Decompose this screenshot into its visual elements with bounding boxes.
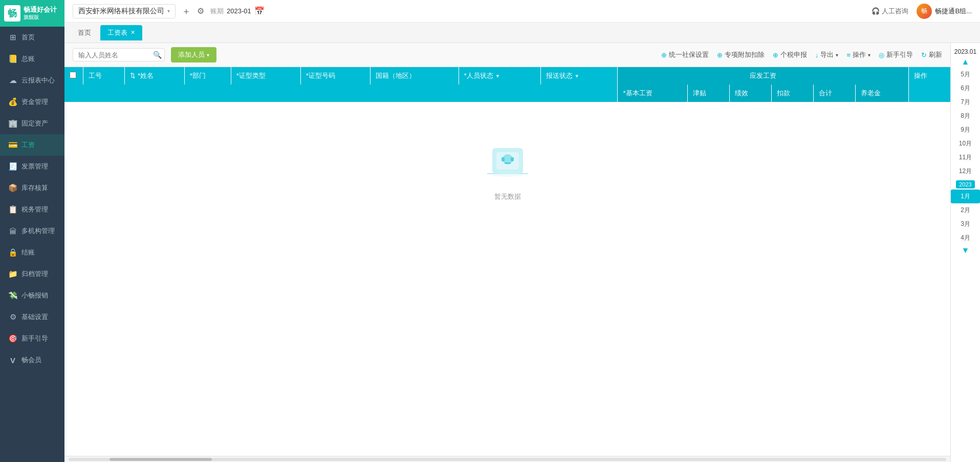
sidebar-item-label: 税务管理 xyxy=(21,205,48,214)
sidebar-item-label: 基础设置 xyxy=(21,312,48,322)
tab-salary-table[interactable]: 工资表 ✕ xyxy=(100,25,142,40)
sidebar-item-close-accounts[interactable]: 🔒 结账 xyxy=(0,242,64,263)
service-button[interactable]: 🎧 人工咨询 xyxy=(872,7,908,16)
scroll-up-button[interactable]: ▲ xyxy=(951,56,980,68)
col-ops: 操作 xyxy=(909,67,950,85)
scroll-down-button[interactable]: ▼ xyxy=(951,245,980,256)
month-item-6[interactable]: 6月 xyxy=(951,81,980,95)
tax-label: 个税申报 xyxy=(780,50,807,59)
guide-label: 新手引导 xyxy=(886,50,913,59)
operation-button[interactable]: ≡ 操作 ▾ xyxy=(846,50,870,59)
add-person-button[interactable]: 添加人员 ▾ xyxy=(171,47,216,62)
col-department: *部门 xyxy=(184,67,231,85)
sidebar-item-label: 新手引导 xyxy=(21,334,48,343)
toolbar: 🔍 添加人员 ▾ ⊕ 统一社保设置 ⊕ 专项附加扣除 ⊕ xyxy=(64,43,950,67)
settings-button[interactable]: ⚙ xyxy=(197,6,204,16)
sidebar-item-home[interactable]: ⊞ 首页 xyxy=(0,27,64,48)
cloud-icon: ☁ xyxy=(8,76,17,85)
company-name: 西安虾米网络科技有限公司 xyxy=(78,7,164,16)
new-guide-button[interactable]: ◎ 新手引导 xyxy=(879,50,913,59)
month-item-11[interactable]: 11月 xyxy=(951,151,980,164)
year-badge: 2023 xyxy=(956,180,974,188)
month-item-2[interactable]: 2月 xyxy=(951,203,980,217)
sidebar-item-tax[interactable]: 📋 税务管理 xyxy=(0,199,64,220)
sidebar-item-label: 库存核算 xyxy=(21,183,48,193)
user-menu[interactable]: 畅 畅捷通B组... xyxy=(917,4,972,19)
month-item-1[interactable]: 1月 xyxy=(951,190,980,203)
social-insurance-button[interactable]: ⊕ 统一社保设置 xyxy=(661,50,709,59)
horizontal-scrollbar[interactable] xyxy=(64,456,950,462)
sidebar-item-label: 资金管理 xyxy=(21,97,48,107)
no-data-icon xyxy=(482,143,533,184)
month-item-12[interactable]: 12月 xyxy=(951,164,980,178)
search-input[interactable] xyxy=(78,51,150,59)
ledger-icon: 📒 xyxy=(8,54,17,64)
svg-rect-5 xyxy=(505,162,511,164)
month-item-9[interactable]: 9月 xyxy=(951,123,980,137)
special-deduction-button[interactable]: ⊕ 专项附加扣除 xyxy=(717,50,765,59)
sidebar-item-fund[interactable]: 💰 资金管理 xyxy=(0,91,64,113)
sidebar-item-label: 归档管理 xyxy=(21,269,48,279)
sidebar-item-multi-org[interactable]: 🏛 多机构管理 xyxy=(0,220,64,242)
calendar-icon[interactable]: 📅 xyxy=(254,6,265,16)
col-id-type: *证型类型 xyxy=(231,67,300,85)
sidebar-item-label: 总账 xyxy=(21,54,35,64)
col-status: *人员状态 ▼ xyxy=(459,67,540,85)
sidebar-item-label: 工资 xyxy=(21,140,35,150)
sidebar-item-salary[interactable]: 💳 工资 xyxy=(0,134,64,156)
sidebar-item-guide[interactable]: 🎯 新手引导 xyxy=(0,328,64,349)
export-arrow-icon: ▾ xyxy=(836,52,838,58)
col-base-salary: *基本工资 xyxy=(618,85,687,102)
tab-home[interactable]: 首页 xyxy=(71,25,98,40)
sidebar-item-settings[interactable]: ⚙ 基础设置 xyxy=(0,306,64,328)
service-label: 人工咨询 xyxy=(882,7,908,16)
sidebar-item-label: 小畅报销 xyxy=(21,291,48,300)
month-selector-panel: 2023.01 ▲ 5月 6月 7月 8月 9月 10月 11月 xyxy=(950,43,980,462)
personal-tax-button[interactable]: ⊕ 个税申报 xyxy=(773,50,807,59)
month-item-5[interactable]: 5月 xyxy=(951,68,980,81)
month-item-3[interactable]: 3月 xyxy=(951,217,980,231)
sidebar-item-archive[interactable]: 📁 归档管理 xyxy=(0,263,64,285)
sidebar-item-assets[interactable]: 🏢 固定资产 xyxy=(0,113,64,134)
month-item-8[interactable]: 8月 xyxy=(951,109,980,123)
export-button[interactable]: ↓ 导出 ▾ xyxy=(815,50,839,59)
report-filter-icon[interactable]: ▼ xyxy=(574,73,579,79)
sidebar-item-ledger[interactable]: 📒 总账 xyxy=(0,48,64,70)
col-allowance: 津贴 xyxy=(687,85,729,102)
sidebar-item-inventory[interactable]: 📦 库存核算 xyxy=(0,177,64,199)
tab-close-icon[interactable]: ✕ xyxy=(130,29,135,36)
main-content: 西安虾米网络科技有限公司 ▾ ＋ ⚙ 账期 2023-01 📅 🎧 人工咨询 畅… xyxy=(64,0,980,462)
month-item-10[interactable]: 10月 xyxy=(951,137,980,151)
sidebar-item-invoice[interactable]: 🧾 发票管理 xyxy=(0,156,64,177)
col-number: 工号 xyxy=(83,67,125,85)
col-nationality: 国籍（地区） xyxy=(371,67,459,85)
content-area: 🔍 添加人员 ▾ ⊕ 统一社保设置 ⊕ 专项附加扣除 ⊕ xyxy=(64,43,950,462)
company-selector[interactable]: 西安虾米网络科技有限公司 ▾ xyxy=(73,4,176,18)
topbar: 西安虾米网络科技有限公司 ▾ ＋ ⚙ 账期 2023-01 📅 🎧 人工咨询 畅… xyxy=(64,0,980,23)
scrollbar-thumb[interactable] xyxy=(110,458,212,461)
operation-label: 操作 xyxy=(853,50,866,59)
refresh-button[interactable]: ↻ 刷新 xyxy=(921,50,942,59)
deduction-icon: ⊕ xyxy=(717,51,723,59)
search-icon: 🔍 xyxy=(153,51,162,59)
tab-bar: 首页 工资表 ✕ xyxy=(64,23,980,43)
operation-icon: ≡ xyxy=(846,51,851,59)
sidebar-item-vip[interactable]: V 畅会员 xyxy=(0,349,64,371)
sidebar-item-label: 云报表中心 xyxy=(21,76,55,85)
select-all-checkbox[interactable] xyxy=(70,72,76,78)
add-company-button[interactable]: ＋ xyxy=(182,5,191,17)
sidebar-item-expense[interactable]: 💸 小畅报销 xyxy=(0,285,64,306)
month-item-4[interactable]: 4月 xyxy=(951,231,980,245)
status-filter-icon[interactable]: ▼ xyxy=(495,73,500,79)
app-name: 畅通好会计 xyxy=(24,6,57,14)
sidebar-item-label: 多机构管理 xyxy=(21,226,55,236)
col-id-number: *证型号码 xyxy=(300,67,370,85)
search-box[interactable]: 🔍 xyxy=(73,48,165,61)
svg-rect-4 xyxy=(511,157,514,161)
deduction-label: 专项附加扣除 xyxy=(725,50,765,59)
close-accounts-icon: 🔒 xyxy=(8,248,17,257)
month-item-7[interactable]: 7月 xyxy=(951,95,980,109)
sidebar-item-cloud-report[interactable]: ☁ 云报表中心 xyxy=(0,70,64,91)
assets-icon: 🏢 xyxy=(8,119,17,128)
refresh-icon: ↻ xyxy=(921,51,927,59)
